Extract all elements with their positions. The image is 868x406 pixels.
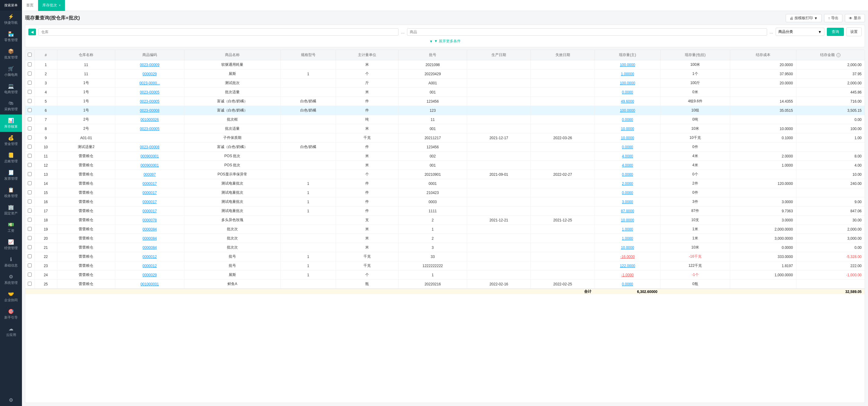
sidebar-item-dianshang[interactable]: 💻 电商管理 [0,80,22,98]
row-code[interactable]: 0023-00005 [115,97,184,106]
sidebar-item-zhangzhang[interactable]: 📒 总账管理 [0,149,22,167]
row-code[interactable]: 0000012 [115,261,184,270]
row-code[interactable]: 0000084 [115,243,184,252]
tab-kucun-pici[interactable]: 库存批次 × [38,0,65,11]
sidebar-item-shuiwu[interactable]: 📋 税务管理 [0,184,22,201]
row-code[interactable]: 0000084 [115,225,184,234]
row-code[interactable]: 0023-00008 [115,106,184,115]
row-checkbox[interactable] [28,181,32,185]
sidebar-item-xitong[interactable]: ⚙ 系统管理 [0,271,22,288]
sidebar-item-zijin[interactable]: 💰 资金管理 [0,132,22,149]
row-code[interactable]: 000097 [115,170,184,179]
row-qty-main[interactable]: 100.0000 [594,78,660,88]
row-code[interactable]: 0023-00008 [115,142,184,152]
row-code[interactable]: 0000017 [115,179,184,188]
sidebar-item-lingshou[interactable]: 🏪 零售管理 [0,28,22,45]
sidebar-item-xinshou[interactable]: 🎯 新手引导 [0,305,22,323]
row-checkbox[interactable] [28,62,32,66]
row-qty-main[interactable]: 1.00000 [594,69,660,78]
row-checkbox[interactable] [28,154,32,158]
row-qty-main[interactable]: 10.0000 [594,133,660,142]
row-checkbox[interactable] [28,200,32,203]
row-checkbox[interactable] [28,99,32,103]
row-checkbox[interactable] [28,227,32,231]
sidebar-item-kucun[interactable]: 📊 库存核算 [0,114,22,132]
row-checkbox[interactable] [28,264,32,267]
row-code[interactable]: 0023-00005 [115,124,184,133]
row-checkbox[interactable] [28,245,32,249]
row-code[interactable]: 000900001 [115,161,184,170]
settings-icon[interactable]: ⚙ [0,394,22,406]
category-select[interactable]: 商品分类 ▼ [776,28,825,36]
sidebar-item-yun[interactable]: ☁ 云应用 [0,323,22,340]
row-checkbox[interactable] [28,72,32,75]
sidebar-item-jichu[interactable]: ℹ 基础信息 [0,253,22,271]
sidebar-item-jingying[interactable]: 📈 经营管理 [0,236,22,253]
row-qty-main[interactable]: 0.0000 [594,170,660,179]
collapse-button[interactable]: ◀ [28,29,36,35]
row-checkbox[interactable] [28,108,32,112]
row-code[interactable]: 000900001 [115,152,184,161]
row-checkbox[interactable] [28,81,32,85]
row-code[interactable]: 001000026 [115,115,184,124]
row-qty-main[interactable]: 10.0000 [594,243,660,252]
row-code[interactable]: 0023-0000... [115,78,184,88]
sidebar-item-fapiao[interactable]: 🧾 发票管理 [0,167,22,184]
row-code[interactable]: 0000078 [115,216,184,225]
row-qty-main[interactable]: 4.0000 [594,152,660,161]
row-qty-main[interactable]: 10.0000 [594,216,660,225]
row-code[interactable]: 0023-00009 [115,60,184,69]
sidebar-item-qiye[interactable]: 🤝 企业协同 [0,288,22,305]
row-checkbox[interactable] [28,117,32,121]
row-qty-main[interactable]: 100.0000 [594,106,660,115]
warehouse-input[interactable] [38,28,399,36]
row-qty-main[interactable]: 87.0000 [594,206,660,216]
sidebar-item-gongzi[interactable]: 💵 工资 [0,219,22,236]
row-checkbox[interactable] [28,254,32,258]
row-checkbox[interactable] [28,273,32,276]
row-qty-main[interactable]: 0.0000 [594,280,660,289]
row-checkbox[interactable] [28,218,32,222]
close-icon[interactable]: × [59,4,61,7]
tab-home[interactable]: 首页 [22,0,38,11]
row-qty-main[interactable]: 2.0000 [594,179,660,188]
row-qty-main[interactable]: 0.0000 [594,188,660,197]
row-qty-main[interactable]: 4.0000 [594,161,660,170]
row-code[interactable]: 001000031 [115,280,184,289]
row-qty-main[interactable]: 1.0000 [594,234,660,243]
sidebar-logo[interactable]: 搜索菜单 [0,0,22,11]
row-checkbox[interactable] [28,126,32,130]
row-qty-main[interactable]: 3.0000 [594,197,660,206]
row-code[interactable]: 0000017 [115,206,184,216]
row-checkbox[interactable] [28,209,32,212]
row-qty-main[interactable]: 1.0000 [594,225,660,234]
settings-button[interactable]: 设置 [846,27,862,36]
sidebar-item-caigou[interactable]: 🛍 采购管理 [0,98,22,114]
row-qty-main[interactable]: -16.0000 [594,252,660,261]
sidebar-item-gudingzichan[interactable]: 🏢 固定资产 [0,201,22,219]
row-checkbox[interactable] [28,163,32,167]
row-code[interactable]: 0000017 [115,188,184,197]
row-qty-main[interactable]: 100.0000 [594,60,660,69]
export-button[interactable]: ↑ 导出 [824,14,842,22]
row-code[interactable]: 0000084 [115,234,184,243]
row-qty-main[interactable]: 10.0000 [594,124,660,133]
sidebar-item-kuaijie[interactable]: ⚡ 快捷导航 [0,11,22,28]
row-checkbox[interactable] [28,145,32,149]
row-code[interactable]: 0000012 [115,252,184,261]
row-qty-main[interactable]: 122.0000 [594,261,660,270]
row-checkbox[interactable] [28,90,32,94]
row-checkbox[interactable] [28,172,32,176]
row-checkbox[interactable] [28,136,32,139]
sidebar-item-pifa[interactable]: 📦 批发管理 [0,45,22,63]
sidebar-item-xiaonao[interactable]: 🛒 小脑电商 [0,63,22,80]
row-code[interactable]: 0000029 [115,69,184,78]
row-qty-main[interactable]: 49.6000 [594,97,660,106]
row-qty-main[interactable]: 0.0000 [594,142,660,152]
search-button[interactable]: 查询 [827,28,844,36]
filter-expand-btn[interactable]: ▼ ▼ 展开更多条件 [28,38,862,44]
row-qty-main[interactable]: 0.0000 [594,115,660,124]
row-checkbox[interactable] [28,190,32,194]
amount-info-icon[interactable]: ⓘ [836,53,841,57]
row-checkbox[interactable] [28,282,32,286]
